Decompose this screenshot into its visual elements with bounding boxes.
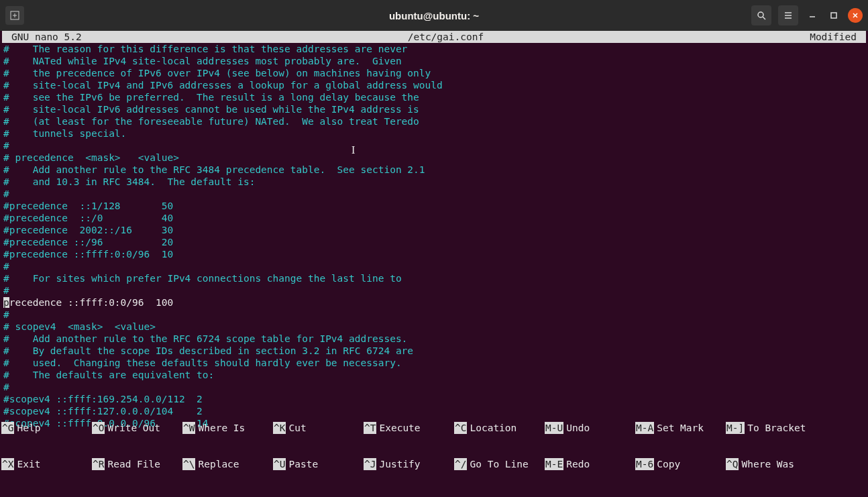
help-label: Justify [376, 458, 420, 470]
close-button[interactable] [848, 8, 863, 23]
editor-line: # [3, 260, 866, 272]
help-key: ^U [273, 458, 286, 470]
help-item: M-ERedo [545, 458, 635, 470]
terminal-area[interactable]: GNU nano 5.2 /etc/gai.conf Modified # Th… [0, 31, 868, 497]
help-label: Paste [286, 458, 318, 470]
window-titlebar: ubuntu@ubuntu: ~ [0, 0, 868, 31]
help-key: ^T [364, 422, 376, 434]
maximize-button[interactable] [826, 8, 841, 23]
editor-line: # (at least for the foreseeable future) … [3, 115, 866, 127]
help-key: M-U [545, 422, 563, 434]
editor-line: # tunnels special. [3, 127, 866, 140]
editor-content[interactable]: # The reason for this difference is that… [2, 43, 866, 429]
help-label: Location [467, 422, 517, 434]
help-key: ^G [1, 422, 14, 434]
search-button[interactable] [751, 5, 771, 25]
help-key: ^X [1, 458, 14, 470]
minimize-button[interactable] [805, 8, 820, 23]
editor-line: # The defaults are equivalent to: [3, 369, 866, 381]
help-item: ^GHelp [1, 422, 92, 434]
help-item: M-UUndo [545, 422, 635, 434]
help-key: ^J [364, 458, 376, 470]
help-key: M-E [545, 458, 563, 470]
help-item: ^RRead File [92, 458, 182, 470]
editor-line: # scopev4 <mask> <value> [3, 321, 866, 333]
editor-line: precedence ::ffff:0:0/96 100 [3, 296, 866, 309]
nano-status-bar: GNU nano 5.2 /etc/gai.conf Modified [2, 31, 866, 43]
editor-line: # [3, 140, 866, 152]
help-key: ^\ [182, 458, 195, 470]
editor-line: #precedence 2002::/16 30 [3, 224, 866, 236]
maximize-icon [830, 12, 837, 19]
help-item: ^KCut [273, 422, 364, 434]
hamburger-icon [783, 11, 793, 20]
editor-line: # precedence <mask> <value> [3, 152, 866, 164]
help-item: ^CLocation [454, 422, 545, 434]
editor-line: #precedence ::ffff:0:0/96 10 [3, 248, 866, 260]
help-label: Cut [286, 422, 306, 434]
help-item: ^\Replace [182, 458, 273, 470]
editor-line: # the precedence of IPv6 over IPv4 (see … [3, 67, 866, 79]
editor-line: #precedence ::/96 20 [3, 236, 866, 248]
help-key: ^W [182, 422, 195, 434]
help-item: ^TExecute [364, 422, 454, 434]
window-title: ubuntu@ubuntu: ~ [0, 10, 868, 21]
help-key: M-] [726, 422, 745, 434]
help-key: ^R [92, 458, 105, 470]
svg-line-4 [763, 17, 765, 19]
help-item: ^WWhere Is [182, 422, 273, 434]
help-label: Undo [563, 422, 590, 434]
help-label: Where Was [739, 458, 794, 470]
help-item: ^UPaste [273, 458, 364, 470]
editor-line: # The reason for this difference is that… [3, 43, 866, 55]
editor-line: # used. Changing these defaults should h… [3, 357, 866, 369]
help-item: M-6Copy [635, 458, 726, 470]
nano-help-bar: ^GHelp^OWrite Out^WWhere Is^KCut^TExecut… [1, 398, 867, 494]
help-key: ^C [454, 422, 467, 434]
help-key: ^O [92, 422, 105, 434]
help-key: ^/ [454, 458, 467, 470]
help-item: ^JJustify [364, 458, 454, 470]
nano-modified: Modified [810, 31, 866, 43]
help-item: ^/Go To Line [454, 458, 545, 470]
nano-version: GNU nano 5.2 [2, 31, 82, 43]
help-key: ^Q [726, 458, 739, 470]
help-item: M-ASet Mark [635, 422, 726, 434]
help-label: To Bracket [745, 422, 806, 434]
help-item: ^XExit [1, 458, 92, 470]
help-label: Replace [195, 458, 239, 470]
editor-line: #precedence ::/0 40 [3, 212, 866, 224]
help-label: Redo [563, 458, 590, 470]
editor-line: # [3, 188, 866, 200]
editor-line: #precedence ::1/128 50 [3, 200, 866, 212]
svg-rect-9 [831, 13, 836, 18]
help-key: M-6 [635, 458, 654, 470]
nano-filename: /etc/gai.conf [82, 31, 810, 43]
help-item: M-]To Bracket [726, 422, 816, 434]
editor-line: # [3, 309, 866, 321]
editor-line: # Add another rule to the RFC 3484 prece… [3, 164, 866, 176]
help-item: ^OWrite Out [92, 422, 182, 434]
help-label: Copy [654, 458, 680, 470]
help-key: ^K [273, 422, 286, 434]
help-label: Help [14, 422, 40, 434]
help-label: Read File [105, 458, 160, 470]
minimize-icon [809, 12, 816, 19]
help-label: Exit [14, 458, 40, 470]
help-label: Where Is [195, 422, 245, 434]
new-tab-button[interactable] [5, 6, 24, 25]
help-row-2: ^XExit^RRead File^\Replace^UPaste^JJusti… [1, 458, 867, 470]
editor-line: # For sites which prefer IPv4 connection… [3, 272, 866, 284]
nano-cursor: p [3, 297, 9, 308]
svg-point-3 [758, 12, 763, 17]
help-label: Write Out [105, 422, 160, 434]
help-label: Set Mark [654, 422, 704, 434]
editor-line: # site-local IPv4 and IPv6 addresses a l… [3, 79, 866, 91]
help-label: Execute [376, 422, 420, 434]
help-key: M-A [635, 422, 654, 434]
editor-line: # site-local IPv6 addresses cannot be us… [3, 103, 866, 115]
help-label: Go To Line [467, 458, 528, 470]
search-icon [757, 11, 766, 20]
text-cursor-icon [351, 144, 356, 156]
menu-button[interactable] [778, 5, 798, 25]
